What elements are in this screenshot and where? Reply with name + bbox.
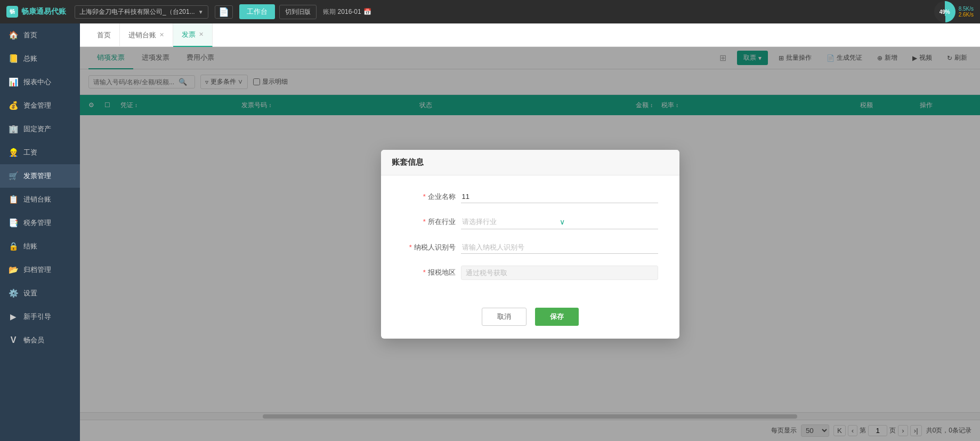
sidebar-label-purchase: 进销台账 [23, 195, 51, 204]
sidebar-label-ledger: 总账 [23, 54, 37, 63]
tab-purchase[interactable]: 进销台账 ✕ [120, 23, 173, 47]
network-indicator: 49% 8.5K/s 2.6K/s [934, 1, 974, 22]
ledger-icon: 📒 [9, 54, 18, 63]
account-info-modal: 账套信息 * 企业名称 [381, 150, 679, 339]
industry-label-text: 所在行业 [428, 218, 456, 226]
industry-select[interactable]: 请选择行业 ∨ [461, 215, 658, 229]
sidebar-label-invoice: 发票管理 [23, 171, 51, 181]
sidebar-item-guide[interactable]: ▶ 新手引导 [0, 305, 80, 328]
archive-icon: 📂 [9, 265, 18, 275]
top-bar: 畅 畅康通易代账 上海卯金刀电子科技有限公司_（台201... ▼ 📄 工作台 … [0, 0, 980, 23]
sidebar-item-finance[interactable]: 💰 资金管理 [0, 94, 80, 117]
tab-invoice-close[interactable]: ✕ [199, 31, 204, 38]
sidebar-item-ledger[interactable]: 📒 总账 [0, 47, 80, 70]
sidebar-item-payroll[interactable]: 👷 工资 [0, 141, 80, 164]
company-name-label-text: 企业名称 [428, 193, 456, 201]
tab-purchase-label: 进销台账 [128, 30, 156, 40]
tax-icon: 📑 [9, 218, 18, 228]
sidebar-label-guide: 新手引导 [23, 312, 51, 322]
sidebar-item-invoice[interactable]: 🛒 发票管理 [0, 164, 80, 188]
modal-title: 账套信息 [392, 157, 424, 166]
content-area: 首页 进销台账 ✕ 发票 ✕ 销项发票 进项发票 [80, 23, 980, 441]
home-icon: 🏠 [9, 30, 18, 40]
logo-icon: 畅 [6, 6, 18, 18]
sidebar-label-tax: 税务管理 [23, 218, 51, 228]
modal-header: 账套信息 [381, 150, 679, 175]
sidebar-label-finance: 资金管理 [23, 101, 51, 110]
tax-id-label-text: 纳税人识别号 [414, 243, 456, 251]
old-version-button[interactable]: 切到旧版 [279, 5, 317, 19]
period-value: 2016-01 [338, 8, 361, 15]
company-name: 上海卯金刀电子科技有限公司_（台201... [79, 7, 195, 17]
payroll-icon: 👷 [9, 148, 18, 157]
modal-footer: 取消 保存 [381, 302, 679, 339]
tax-region-input [461, 266, 658, 280]
sidebar-label-assets: 固定资产 [23, 124, 51, 134]
sidebar: 🏠 首页 📒 总账 📊 报表中心 💰 资金管理 🏢 固定资产 👷 工资 🛒 发票… [0, 23, 80, 441]
closing-icon: 🔒 [9, 242, 18, 251]
content-wrapper: 销项发票 进项发票 费用小票 ⊞ 取票 ▾ ⊞ [80, 47, 980, 441]
company-name-input[interactable] [461, 190, 658, 203]
tab-bar: 首页 进销台账 ✕ 发票 ✕ [80, 23, 980, 47]
sidebar-item-home[interactable]: 🏠 首页 [0, 23, 80, 47]
modal-body: * 企业名称 * 所在行业 请选择行业 [381, 175, 679, 302]
tab-purchase-close[interactable]: ✕ [159, 31, 164, 38]
calendar-icon[interactable]: 📅 [363, 8, 371, 15]
sidebar-item-archive[interactable]: 📂 归档管理 [0, 258, 80, 282]
logo: 畅 畅康通易代账 [6, 6, 66, 18]
progress-circle: 49% [934, 1, 955, 22]
invoice-icon: 🛒 [9, 171, 18, 181]
sidebar-item-reports[interactable]: 📊 报表中心 [0, 70, 80, 94]
save-button[interactable]: 保存 [535, 308, 579, 326]
workbench-button[interactable]: 工作台 [239, 4, 275, 19]
required-star: * [423, 193, 426, 201]
sidebar-label-payroll: 工资 [23, 148, 37, 157]
sidebar-item-tax[interactable]: 📑 税务管理 [0, 211, 80, 235]
tab-home[interactable]: 首页 [88, 23, 120, 47]
period-display: 账期 2016-01 📅 [323, 7, 371, 17]
industry-chevron-icon: ∨ [560, 218, 657, 226]
sidebar-item-settings[interactable]: ⚙️ 设置 [0, 282, 80, 305]
tax-region-label: * 报税地区 [402, 268, 461, 277]
required-star-4: * [423, 268, 426, 276]
sidebar-item-closing[interactable]: 🔒 结账 [0, 235, 80, 258]
doc-icon[interactable]: 📄 [215, 5, 233, 19]
logo-text: 畅康通易代账 [21, 7, 66, 17]
form-row-industry: * 所在行业 请选择行业 ∨ [402, 215, 658, 229]
sidebar-item-member[interactable]: V 畅会员 [0, 328, 80, 352]
period-label: 账期 [323, 7, 336, 17]
sidebar-label-archive: 归档管理 [23, 265, 51, 275]
settings-icon: ⚙️ [9, 288, 18, 298]
guide-icon: ▶ [9, 312, 18, 322]
network-speeds: 8.5K/s 2.6K/s [959, 6, 974, 18]
sidebar-label-home: 首页 [23, 30, 37, 40]
company-name-label: * 企业名称 [402, 192, 461, 202]
form-row-tax-id: * 纳税人识别号 [402, 241, 658, 254]
tab-home-label: 首页 [97, 30, 111, 40]
upload-speed: 8.5K/s [959, 6, 974, 12]
tab-invoice-label: 发票 [182, 30, 196, 39]
tax-region-label-text: 报税地区 [428, 268, 456, 276]
form-row-company: * 企业名称 [402, 190, 658, 203]
progress-value: 49% [939, 9, 950, 15]
required-star-2: * [423, 218, 426, 226]
reports-icon: 📊 [9, 77, 18, 87]
member-icon: V [9, 335, 18, 345]
sidebar-label-closing: 结账 [23, 242, 37, 251]
sidebar-label-settings: 设置 [23, 288, 37, 298]
purchase-icon: 📋 [9, 195, 18, 204]
tab-invoice[interactable]: 发票 ✕ [173, 23, 213, 47]
sidebar-label-member: 畅会员 [23, 335, 44, 345]
sidebar-item-assets[interactable]: 🏢 固定资产 [0, 117, 80, 141]
modal-overlay: 账套信息 * 企业名称 [80, 47, 980, 441]
industry-label: * 所在行业 [402, 217, 461, 227]
cancel-button[interactable]: 取消 [482, 308, 527, 326]
sidebar-label-reports: 报表中心 [23, 77, 51, 87]
assets-icon: 🏢 [9, 124, 18, 134]
download-speed: 2.6K/s [959, 12, 974, 18]
sidebar-item-purchase[interactable]: 📋 进销台账 [0, 188, 80, 211]
tax-id-label: * 纳税人识别号 [402, 243, 461, 252]
finance-icon: 💰 [9, 101, 18, 110]
tax-id-input[interactable] [461, 241, 658, 254]
company-selector[interactable]: 上海卯金刀电子科技有限公司_（台201... ▼ [75, 5, 208, 19]
